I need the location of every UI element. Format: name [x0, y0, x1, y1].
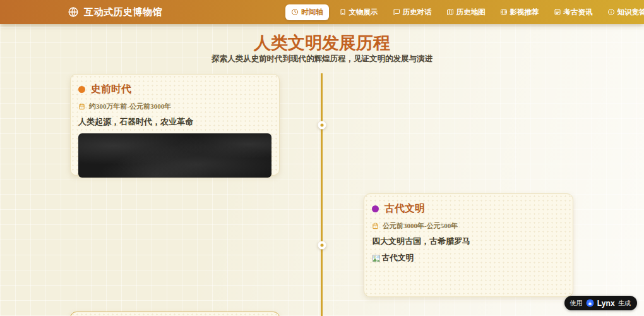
nav-item-films[interactable]: 影视推荐 [496, 4, 544, 20]
event-desc: 人类起源，石器时代，农业革命 [78, 116, 271, 128]
page: 互动式历史博物馆 时间轴 文物展示 历史对话 历史地图 影视推荐 [0, 0, 644, 316]
brand-title: 互动式历史博物馆 [84, 6, 162, 18]
event-card-ancient: 古代文明 公元前3000年-公元500年 四大文明古国，古希腊罗马 古代文明 [364, 193, 573, 297]
event-desc: 四大文明古国，古希腊罗马 [372, 236, 565, 247]
event-dot [372, 205, 379, 212]
badge-suffix: 生成 [618, 299, 631, 308]
nav-item-dialogue[interactable]: 历史对话 [388, 4, 436, 20]
timeline-dot [318, 241, 326, 250]
page-subtitle: 探索人类从史前时代到现代的辉煌历程，见证文明的发展与演进 [0, 54, 644, 64]
broken-image-icon [372, 254, 381, 263]
nav-item-map[interactable]: 历史地图 [442, 4, 490, 20]
timeline-line [321, 73, 323, 316]
calendar-icon [78, 103, 85, 110]
event-dot [78, 86, 85, 93]
event-title-row: 史前时代 [78, 83, 271, 96]
artifact-icon [339, 8, 347, 16]
badge-prefix: 使用 [570, 299, 583, 308]
globe-icon [68, 6, 79, 18]
brand[interactable]: 互动式历史博物馆 [68, 0, 162, 24]
map-icon [446, 8, 454, 16]
broken-image: 古代文明 [372, 253, 565, 264]
event-date-row: 约300万年前-公元前3000年 [78, 102, 271, 111]
event-card-prehistoric: 史前时代 约300万年前-公元前3000年 人类起源，石器时代，农业革命 [70, 74, 280, 176]
event-title: 史前时代 [91, 83, 131, 96]
event-title: 古代文明 [385, 202, 425, 216]
app-header: 互动式历史博物馆 时间轴 文物展示 历史对话 历史地图 影视推荐 [0, 0, 644, 24]
nav-label: 文物展示 [349, 8, 378, 17]
page-title: 人类文明发展历程 [0, 32, 644, 54]
nav-label: 历史地图 [456, 8, 486, 17]
lynx-logo-icon [586, 299, 594, 307]
event-title-row: 古代文明 [372, 202, 565, 216]
nav-label: 历史对话 [403, 8, 432, 17]
event-date-row: 公元前3000年-公元500年 [372, 221, 565, 231]
nav-item-timeline[interactable]: 时间轴 [285, 4, 329, 20]
clock-icon [291, 8, 299, 16]
nav-item-news[interactable]: 考古资讯 [549, 4, 597, 20]
event-date: 约300万年前-公元前3000年 [89, 102, 171, 111]
nav-label: 考古资讯 [564, 8, 593, 17]
event-image [78, 133, 271, 178]
main-nav: 时间轴 文物展示 历史对话 历史地图 影视推荐 考古资讯 [285, 0, 644, 24]
nav-item-artifacts[interactable]: 文物展示 [335, 4, 383, 20]
image-alt-text: 古代文明 [382, 253, 414, 264]
badge-brand: Lynx [597, 299, 615, 308]
chat-icon [393, 8, 400, 16]
timeline-dot [318, 121, 326, 130]
calendar-icon [372, 222, 379, 229]
event-card-clipped [70, 312, 280, 316]
news-icon [554, 8, 561, 16]
nav-label: 影视推荐 [510, 8, 539, 17]
event-date: 公元前3000年-公元500年 [383, 221, 458, 231]
nav-label: 时间轴 [301, 8, 323, 17]
nav-label: 知识竞答 [617, 8, 644, 17]
nav-item-quiz[interactable]: 知识竞答 [603, 4, 644, 20]
film-icon [500, 8, 508, 16]
quiz-icon [607, 8, 615, 16]
lynx-badge[interactable]: 使用 Lynx 生成 [564, 296, 637, 310]
